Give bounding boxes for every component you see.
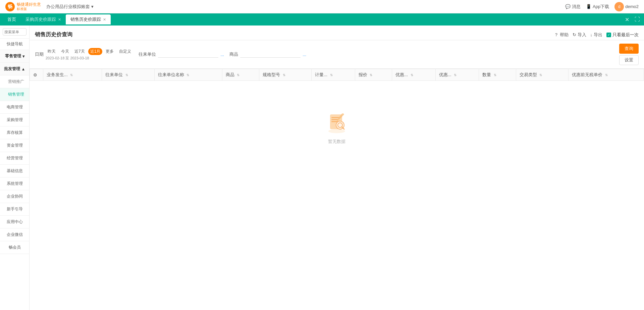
sort-icon: ⇅ bbox=[539, 73, 542, 77]
search-input[interactable] bbox=[3, 28, 26, 36]
date-yesterday[interactable]: 昨天 bbox=[46, 48, 58, 55]
sidebar-item-enterprise-wechat[interactable]: 企业微信 bbox=[0, 228, 29, 241]
sidebar-search-area bbox=[0, 25, 29, 39]
date-today[interactable]: 今天 bbox=[59, 48, 71, 55]
col-quantity[interactable]: 数量 ⇅ bbox=[479, 69, 516, 81]
col-discount2[interactable]: 优惠... ⇅ bbox=[435, 69, 479, 81]
data-table: ⚙ 业务发生... ⇅ 往来单位 ⇅ 往来单位名称 ⇅ bbox=[30, 69, 644, 81]
date-label: 日期 bbox=[35, 51, 44, 57]
date-options: 昨天 今天 近7天 近1月 更多 自定义 bbox=[46, 48, 133, 55]
goods-picker-icon[interactable]: ... bbox=[303, 52, 306, 57]
col-partner-name[interactable]: 往来单位名称 ⇅ bbox=[154, 69, 222, 81]
sort-icon: ⇅ bbox=[330, 73, 333, 77]
logo-text: 畅捷通好生意 标准版 bbox=[17, 2, 41, 11]
chevron-icon: ▾ bbox=[22, 54, 24, 59]
sidebar-item-wholesale[interactable]: 批发管理 ▲ bbox=[0, 63, 29, 75]
sort-icon: ⇅ bbox=[186, 73, 189, 77]
goods-input[interactable] bbox=[240, 51, 301, 58]
col-settings[interactable]: ⚙ bbox=[30, 69, 43, 81]
sidebar-item-ecommerce[interactable]: 电商管理 bbox=[0, 101, 29, 114]
col-trade-type[interactable]: 交易类型 ⇅ bbox=[516, 69, 568, 81]
avatar: d bbox=[614, 2, 624, 11]
export-icon: ↓ bbox=[590, 32, 593, 37]
col-quote[interactable]: 报价 ⇅ bbox=[355, 69, 392, 81]
partner-picker-icon[interactable]: ... bbox=[220, 52, 224, 57]
app-selector[interactable]: 办公用品行业模拟账套 ▾ bbox=[44, 2, 96, 11]
export-button[interactable]: ↓ 导出 bbox=[590, 32, 603, 38]
date-filter-group: 日期 昨天 今天 近7天 近1月 更多 自定义 2023-02-18 至 202… bbox=[35, 48, 133, 61]
sidebar-item-basic-info[interactable]: 基础信息 bbox=[0, 165, 29, 177]
logo-icon: 畅 bbox=[5, 2, 15, 11]
sidebar-item-inventory[interactable]: 库存核算 bbox=[0, 126, 29, 139]
col-goods[interactable]: 商品 ⇅ bbox=[222, 69, 259, 81]
settings-button[interactable]: 设置 bbox=[619, 55, 639, 65]
sidebar-item-marketing[interactable]: 营销推广 bbox=[0, 75, 29, 88]
date-7days[interactable]: 近7天 bbox=[72, 48, 87, 55]
sidebar-item-finance[interactable]: 资金管理 bbox=[0, 139, 29, 152]
tab-bar: 首页 采购历史价跟踪 ✕ 销售历史价跟踪 ✕ ✕ ⛶ bbox=[0, 13, 644, 25]
sort-icon: ⇅ bbox=[605, 73, 608, 77]
table-container: ⚙ 业务发生... ⇅ 往来单位 ⇅ 往来单位名称 ⇅ bbox=[30, 69, 644, 310]
sort-icon: ⇅ bbox=[125, 73, 128, 77]
tab-home[interactable]: 首页 bbox=[3, 14, 21, 24]
sidebar-nav-label[interactable]: 快捷导航 bbox=[0, 39, 29, 50]
sidebar-item-app-center[interactable]: 应用中心 bbox=[0, 216, 29, 228]
sort-icon: ⇅ bbox=[283, 73, 285, 77]
empty-illustration bbox=[323, 108, 350, 135]
sidebar-item-sales[interactable]: 销售管理 bbox=[0, 88, 29, 101]
sidebar-item-system[interactable]: 系统管理 bbox=[0, 177, 29, 190]
page-header-actions: ？ 帮助 ↻ 导入 ↓ 导出 ✓ 只看最后一次 bbox=[554, 32, 639, 38]
app-download-button[interactable]: 📱 App下载 bbox=[586, 4, 609, 10]
tab-sales-close-icon[interactable]: ✕ bbox=[103, 18, 106, 21]
tab-sales-history[interactable]: 销售历史价跟踪 ✕ bbox=[66, 14, 111, 24]
col-partner-code[interactable]: 往来单位 ⇅ bbox=[102, 69, 154, 81]
import-icon: ↻ bbox=[573, 32, 576, 37]
empty-state: 暂无数据 bbox=[30, 81, 644, 171]
sidebar-item-operations[interactable]: 经营管理 bbox=[0, 152, 29, 165]
page-title: 销售历史价查询 bbox=[35, 31, 72, 38]
partner-filter-group: 往来单位 ... bbox=[139, 51, 224, 58]
query-button[interactable]: 查询 bbox=[619, 44, 639, 54]
user-profile[interactable]: d demo2 bbox=[614, 2, 639, 11]
tab-purchase-history[interactable]: 采购历史价跟踪 ✕ bbox=[21, 14, 66, 24]
sidebar-item-enterprise[interactable]: 企业协同 bbox=[0, 190, 29, 203]
tab-close-all-icon[interactable]: ✕ bbox=[624, 16, 631, 23]
import-button[interactable]: ↻ 导入 bbox=[573, 32, 586, 38]
sidebar-item-guide[interactable]: 新手引导 bbox=[0, 203, 29, 216]
checkbox-checked-icon: ✓ bbox=[606, 33, 611, 37]
download-icon: 📱 bbox=[586, 4, 591, 9]
sidebar-item-retail[interactable]: 零售管理 ▾ bbox=[0, 50, 29, 63]
col-pre-tax-price[interactable]: 优惠前无税单价 ⇅ bbox=[568, 69, 644, 81]
date-custom[interactable]: 自定义 bbox=[117, 48, 133, 55]
empty-text: 暂无数据 bbox=[328, 139, 345, 145]
sort-icon: ⇅ bbox=[370, 73, 372, 77]
date-more[interactable]: 更多 bbox=[104, 48, 116, 55]
message-button[interactable]: 💬 消息 bbox=[565, 4, 581, 10]
goods-filter-group: 商品 ... bbox=[229, 51, 306, 58]
tab-bar-actions: ✕ ⛶ bbox=[624, 16, 641, 23]
col-unit[interactable]: 计量... ⇅ bbox=[312, 69, 355, 81]
table-header-row: ⚙ 业务发生... ⇅ 往来单位 ⇅ 往来单位名称 ⇅ bbox=[30, 69, 644, 81]
date-1month[interactable]: 近1月 bbox=[88, 48, 103, 55]
tab-purchase-close-icon[interactable]: ✕ bbox=[58, 18, 61, 21]
partner-label: 往来单位 bbox=[139, 51, 156, 57]
partner-input[interactable] bbox=[158, 51, 218, 58]
sort-icon: ⇅ bbox=[411, 73, 413, 77]
col-spec[interactable]: 规格型号 ⇅ bbox=[259, 69, 312, 81]
sidebar-item-purchase[interactable]: 采购管理 bbox=[0, 114, 29, 126]
tab-fullscreen-icon[interactable]: ⛶ bbox=[633, 16, 641, 23]
only-last-checkbox[interactable]: ✓ 只看最后一次 bbox=[606, 32, 639, 38]
help-button[interactable]: ？ 帮助 bbox=[554, 32, 569, 38]
svg-point-0 bbox=[328, 129, 345, 133]
sidebar: 快捷导航 零售管理 ▾ 批发管理 ▲ 营销推广 销售管理 电商管理 采购管理 库… bbox=[0, 25, 30, 310]
header-left: 畅 畅捷通好生意 标准版 办公用品行业模拟账套 ▾ bbox=[5, 2, 96, 11]
date-filter-row: 昨天 今天 近7天 近1月 更多 自定义 2023-02-18 至 2023-0… bbox=[46, 48, 133, 61]
help-icon: ？ bbox=[554, 32, 558, 38]
sort-icon: ⇅ bbox=[237, 73, 239, 77]
col-biz-date[interactable]: 业务发生... ⇅ bbox=[43, 69, 102, 81]
header-right: 💬 消息 📱 App下载 d demo2 bbox=[565, 2, 639, 11]
date-range-text: 2023-02-18 至 2023-03-18 bbox=[46, 56, 133, 61]
sidebar-item-vip[interactable]: 畅会员 bbox=[0, 241, 29, 254]
sort-icon: ⇅ bbox=[70, 73, 73, 77]
col-discount1[interactable]: 优惠... ⇅ bbox=[392, 69, 436, 81]
